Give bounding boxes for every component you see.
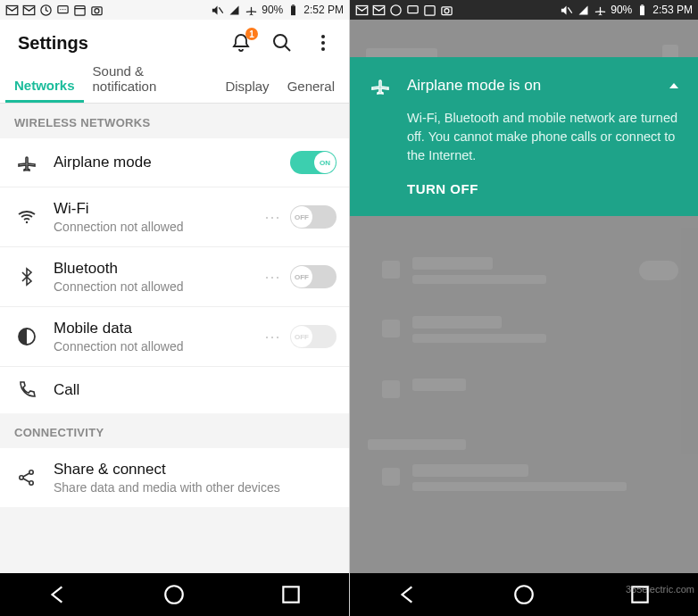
battery-icon — [287, 4, 300, 17]
notification-title: Airplane mode is on — [407, 77, 653, 95]
recent-button[interactable] — [279, 583, 303, 606]
camera-icon — [90, 4, 104, 17]
more-icon[interactable]: ⋯ — [264, 327, 281, 346]
row-mobile-data[interactable]: Mobile data Connection not allowed ⋯ OFF — [0, 306, 349, 366]
phone-right: 90% 2:53 PM Airplane mode is on Wi-Fi, B… — [349, 0, 698, 616]
notification-message: Wi-Fi, Bluetooth and mobile network are … — [407, 109, 678, 165]
back-button[interactable] — [396, 583, 420, 606]
more-icon[interactable]: ⋯ — [264, 207, 281, 227]
turn-off-button[interactable]: TURN OFF — [407, 181, 678, 196]
row-call[interactable]: Call — [0, 366, 349, 413]
airplane-icon — [16, 152, 37, 173]
navigation-bar — [0, 573, 349, 616]
row-title: Mobile data — [54, 320, 248, 337]
svg-rect-27 — [425, 5, 435, 15]
tab-networks[interactable]: Networks — [5, 69, 84, 103]
battery-icon — [636, 4, 649, 17]
svg-line-11 — [220, 7, 223, 12]
status-icons-left — [355, 4, 453, 17]
overflow-icon — [321, 35, 325, 51]
more-icon[interactable]: ⋯ — [264, 267, 281, 287]
settings-content: WIRELESS NETWORKS Airplane mode ON Wi-Fi… — [0, 104, 349, 573]
search-button[interactable] — [270, 31, 294, 54]
svg-rect-31 — [640, 5, 644, 15]
notifications-badge: 1 — [245, 28, 258, 40]
row-airplane[interactable]: Airplane mode ON — [0, 138, 349, 187]
tab-sound[interactable]: Sound & notification — [84, 54, 217, 103]
svg-rect-26 — [408, 5, 418, 12]
calendar-icon — [423, 4, 436, 17]
svg-point-19 — [29, 470, 33, 474]
home-button[interactable] — [512, 583, 536, 606]
messaging-icon — [406, 4, 420, 17]
row-title: Airplane mode — [54, 154, 274, 171]
camera-icon — [440, 4, 453, 17]
svg-point-10 — [95, 8, 99, 12]
gmail-icon — [5, 4, 19, 17]
tab-display[interactable]: Display — [216, 70, 278, 103]
mute-icon — [560, 4, 573, 17]
row-share-connect[interactable]: Share & connect Share data and media wit… — [0, 448, 349, 507]
svg-point-14 — [274, 35, 287, 47]
row-title: Wi-Fi — [54, 200, 248, 218]
row-subtitle: Connection not allowed — [54, 339, 248, 354]
battery-percent: 90% — [262, 4, 283, 16]
airplane-icon — [245, 4, 258, 17]
svg-rect-13 — [293, 4, 295, 5]
mute-icon — [211, 4, 224, 17]
phone-icon — [16, 379, 37, 401]
section-connectivity: CONNECTIVITY — [0, 413, 349, 448]
calendar-icon — [73, 4, 87, 17]
status-time: 2:53 PM — [652, 4, 693, 16]
status-time: 2:52 PM — [303, 4, 344, 16]
svg-rect-22 — [283, 587, 298, 602]
sync-icon — [39, 4, 53, 17]
mail-icon — [22, 4, 36, 17]
status-icons-left — [5, 4, 104, 17]
data-icon — [228, 4, 241, 17]
status-bar: 90% 2:53 PM — [350, 0, 698, 20]
row-wifi[interactable]: Wi-Fi Connection not allowed ⋯ OFF — [0, 187, 349, 246]
battery-percent: 90% — [611, 4, 632, 16]
svg-line-15 — [285, 46, 290, 51]
messaging-icon — [56, 4, 70, 17]
wifi-icon — [16, 206, 37, 228]
row-subtitle: Connection not allowed — [54, 279, 248, 294]
row-title: Bluetooth — [54, 260, 248, 278]
airplane-icon — [370, 75, 391, 96]
airplane-notification: Airplane mode is on Wi-Fi, Bluetooth and… — [350, 57, 698, 216]
svg-point-16 — [26, 221, 28, 223]
row-title: Call — [54, 381, 337, 399]
notifications-button[interactable]: 1 — [229, 31, 253, 54]
overflow-button[interactable] — [312, 31, 335, 54]
collapse-icon[interactable] — [669, 83, 678, 88]
row-title: Share & connect — [54, 461, 337, 479]
mobile-data-icon — [16, 326, 37, 347]
mobile-data-toggle: OFF — [290, 325, 337, 348]
svg-point-25 — [391, 4, 401, 14]
airplane-toggle[interactable]: ON — [290, 151, 337, 174]
back-button[interactable] — [46, 583, 70, 606]
tabs: Networks Sound & notification Display Ge… — [0, 66, 349, 104]
svg-rect-7 — [75, 5, 85, 15]
svg-point-18 — [20, 476, 23, 479]
home-button[interactable] — [162, 583, 186, 606]
wifi-toggle[interactable]: OFF — [290, 205, 337, 229]
svg-point-20 — [29, 481, 33, 485]
svg-point-33 — [515, 586, 533, 604]
gmail-icon — [355, 4, 369, 17]
svg-rect-32 — [642, 4, 644, 5]
navigation-bar — [350, 573, 698, 616]
share-icon — [16, 467, 37, 488]
mail-icon — [372, 4, 386, 17]
row-bluetooth[interactable]: Bluetooth Connection not allowed ⋯ OFF — [0, 246, 349, 306]
watermark: 365electric.com — [626, 584, 694, 595]
bluetooth-toggle[interactable]: OFF — [290, 265, 337, 288]
row-subtitle: Share data and media with other devices — [54, 480, 337, 495]
svg-point-21 — [166, 586, 184, 604]
tab-general[interactable]: General — [278, 70, 344, 103]
svg-rect-12 — [291, 5, 295, 15]
airplane-icon — [594, 4, 607, 17]
page-title: Settings — [14, 33, 229, 54]
status-icons-right: 90% 2:52 PM — [211, 4, 344, 17]
